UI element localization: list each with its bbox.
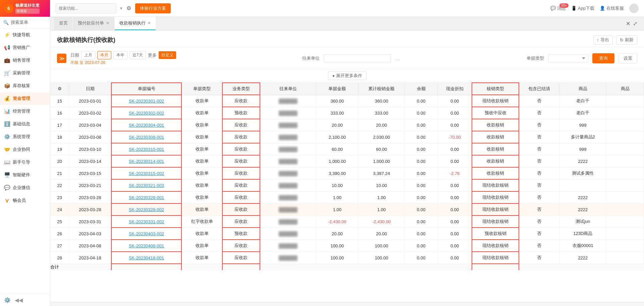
row-type: 收款单 xyxy=(181,119,222,131)
row-partner: ██████ xyxy=(260,167,316,179)
row-included: 否 xyxy=(519,155,559,167)
operations-label: 经营管理 xyxy=(13,108,30,114)
sidebar-item-collab[interactable]: 🤝 企业协同 xyxy=(0,143,50,156)
tab-prepay-close-icon[interactable]: ✕ xyxy=(106,21,109,25)
this-year-button[interactable]: 本年 xyxy=(113,51,127,59)
solution-button[interactable]: 体验行业方案 xyxy=(135,3,171,13)
table-row: 21 2023-03-15 SK-20230315-002 收款单 应收款 ██… xyxy=(50,167,644,179)
table-scroll-bar[interactable] xyxy=(50,302,644,306)
tab-receipt-close-icon[interactable]: ✕ xyxy=(148,21,151,25)
sn-link[interactable]: SK-20230310-001 xyxy=(129,147,164,152)
search-menu-item[interactable]: 🔍 搜索菜单 xyxy=(0,17,50,28)
query-button[interactable]: 查询 xyxy=(592,53,614,63)
expand-conditions-button[interactable]: ▾ 展开更多条件 xyxy=(328,71,367,80)
receipt-type-label: 单据类型 xyxy=(527,55,544,61)
sidebar-item-finance[interactable]: 💰 资金管理 xyxy=(0,92,50,105)
col-product2-header: 商品 xyxy=(606,83,644,95)
sn-link[interactable]: SK-20230321-003 xyxy=(129,183,164,188)
sn-link[interactable]: SK-20230403-002 xyxy=(129,231,164,236)
topbar-chevron-icon[interactable]: ▾ xyxy=(120,6,122,11)
sn-link[interactable]: SK-20230331-002 xyxy=(129,219,164,224)
app-download-button[interactable]: 📱 App下载 xyxy=(571,5,594,11)
sn-link[interactable]: SK-20230418-001 xyxy=(129,255,164,260)
search-menu-label: 搜索菜单 xyxy=(11,19,28,25)
operations-icon: 📊 xyxy=(4,108,10,114)
refresh-button[interactable]: ↻ 刷新 xyxy=(616,35,637,45)
sidebar-item-wechat[interactable]: 💬 企业微信 xyxy=(0,181,50,194)
dots-icon[interactable]: ... xyxy=(395,56,400,61)
expand-tab-button[interactable]: ⤢ xyxy=(633,20,637,27)
sidebar-item-basic[interactable]: ℹ️ 基础信息 xyxy=(0,118,50,130)
sidebar-item-operations[interactable]: 📊 经营管理 xyxy=(0,105,50,118)
finance-label: 资金管理 xyxy=(13,96,30,102)
tab-prepay[interactable]: 预付款应付单 ✕ xyxy=(73,17,114,30)
online-service-button[interactable]: 👤 在线客服 xyxy=(600,5,624,11)
tab-home[interactable]: 首页 xyxy=(54,17,72,30)
sn-link[interactable]: SK-20230328-001 xyxy=(129,195,164,200)
row-balance: 0.00 xyxy=(405,119,438,131)
custom-date-button[interactable]: 自定义 xyxy=(159,51,176,59)
last-month-button[interactable]: 上月 xyxy=(81,51,95,59)
sidebar-item-system[interactable]: ⚙️ 系统管理 xyxy=(0,130,50,143)
sidebar-item-guide[interactable]: 📖 新手引导 xyxy=(0,156,50,169)
row-balance: 0.00 xyxy=(405,95,438,107)
sn-link[interactable]: SK-20230314-001 xyxy=(129,159,164,164)
row-product2 xyxy=(606,203,644,216)
partner-input[interactable] xyxy=(324,54,391,62)
sn-link[interactable]: SK-20230304-001 xyxy=(129,123,164,128)
user-avatar[interactable] xyxy=(629,4,639,13)
sn-link[interactable]: SK-20230302-002 xyxy=(129,111,164,116)
page-header: 收款核销执行(按收款) ↑ 导出 ↻ 刷新 xyxy=(50,30,644,48)
sn-link[interactable]: SK-20230301-002 xyxy=(129,99,164,104)
row-product: 测试jun xyxy=(559,216,606,228)
row-sn: SK-20230403-002 xyxy=(111,228,182,240)
search-input[interactable] xyxy=(56,3,116,13)
basic-icon: ℹ️ xyxy=(4,121,10,127)
footer-product xyxy=(559,264,606,270)
export-button[interactable]: ↑ 导出 xyxy=(593,35,613,45)
row-type: 收款单 xyxy=(181,95,222,107)
col-discount-header: 现金折扣 xyxy=(437,83,472,95)
sn-link[interactable]: SK-20230328-002 xyxy=(129,207,164,212)
footer-balance xyxy=(405,264,438,270)
sn-link[interactable]: SK-20230315-002 xyxy=(129,171,164,176)
row-amount: 360.00 xyxy=(316,95,358,107)
sidebar-item-quicknav[interactable]: ⚡ 快捷导航 xyxy=(0,28,50,41)
sidebar-item-marketing[interactable]: 📢 营销推广 xyxy=(0,41,50,54)
filter-toggle-button[interactable]: ≫ xyxy=(57,54,66,63)
table-row: 20 2023-03-14 SK-20230314-001 收款单 应收款 ██… xyxy=(50,155,644,167)
close-tab-button[interactable]: ✕ xyxy=(626,20,630,27)
expand-row: ▾ 展开更多条件 xyxy=(50,69,644,82)
last7-button[interactable]: 近7天 xyxy=(129,51,146,59)
sidebar-item-member[interactable]: V 畅会员 xyxy=(0,194,50,207)
tab-receipt[interactable]: 收款核销执行 ✕ xyxy=(115,17,156,30)
receipt-type-select[interactable] xyxy=(548,54,588,62)
setting-button[interactable]: 设置 xyxy=(619,53,637,63)
row-biz: 应收款 xyxy=(222,155,260,167)
purchase-label: 采购管理 xyxy=(13,70,30,76)
sidebar-item-purchase[interactable]: 🛒 采购管理 xyxy=(0,67,50,79)
sidebar-item-inventory[interactable]: 📦 库存核算 xyxy=(0,79,50,92)
sidebar-item-hardware[interactable]: 🖥️ 智能硬件 xyxy=(0,169,50,181)
this-month-button[interactable]: 本月 xyxy=(97,51,111,59)
collapse-icon[interactable]: ◀◀ xyxy=(15,297,23,303)
table-row: 25 2023-03-31 SK-20230331-002 红字收款单 应收款 … xyxy=(50,216,644,228)
row-num: 18 xyxy=(50,131,69,143)
sn-link[interactable]: SK-20230408-001 xyxy=(129,243,164,248)
footer-product2 xyxy=(606,264,644,270)
topbar-gear-icon[interactable]: ⚙ xyxy=(126,5,131,11)
table-row: 17 2023-03-04 SK-20230304-001 收款单 应收款 ██… xyxy=(50,119,644,131)
col-settings[interactable]: ⚙ xyxy=(50,83,69,95)
table-row: 16 2023-03-02 SK-20230302-002 收款单 预收款 ██… xyxy=(50,107,644,119)
row-num: 28 xyxy=(50,252,69,264)
footer-sn xyxy=(111,264,182,270)
sn-link[interactable]: SK-20230308-001 xyxy=(129,135,164,140)
sidebar-item-sales[interactable]: 💼 销售管理 xyxy=(0,54,50,67)
message-button[interactable]: 💬 消息 99+ xyxy=(550,5,566,11)
row-partner: ██████ xyxy=(260,240,316,252)
col-partner-header: 往来单位 xyxy=(260,83,316,95)
row-cancel-amount: 20.00 xyxy=(358,119,405,131)
settings-icon[interactable]: ⚙️ xyxy=(4,297,11,303)
row-amount: 100.00 xyxy=(316,240,358,252)
row-cancel-amount: 2,030.00 xyxy=(358,131,405,143)
